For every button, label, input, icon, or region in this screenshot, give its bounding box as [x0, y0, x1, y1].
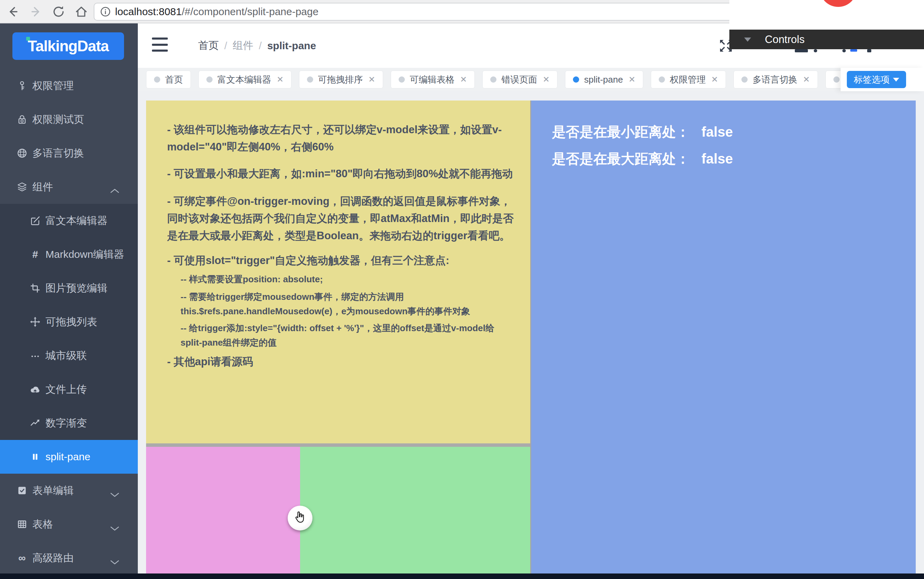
at-max-status: 是否是在最大距离处：false [552, 145, 733, 172]
notes-block: - 该组件可以拖动修改左右尺寸，还可以绑定v-model来设置，如设置v-mod… [167, 121, 517, 370]
sidebar-item-label: 高级路由 [33, 551, 74, 565]
globe-icon [16, 148, 28, 159]
sidebar-item-draggable-list[interactable]: 可拖拽列表 [0, 305, 138, 339]
close-icon[interactable]: ✕ [368, 75, 375, 84]
notification-icon[interactable] [814, 49, 817, 52]
note-subline: -- 需要给trigger绑定mousedown事件，绑定的方法调用this.$… [167, 290, 513, 319]
status-block: 是否是在最小距离处：false 是否是在最大距离处：false [552, 118, 733, 172]
sidebar-item-form-edit[interactable]: 表单编辑 [0, 474, 138, 507]
trending-up-icon [30, 417, 41, 429]
browser-refresh-icon[interactable] [52, 5, 66, 19]
message-icon[interactable] [795, 49, 808, 52]
screen: localhost:8081/#/component/split-pane-pa… [0, 0, 924, 579]
note-line: - 可绑定事件@on-trigger-moving，回调函数的返回值是鼠标事件对… [167, 193, 517, 244]
app-logo[interactable]: TalkingData [12, 32, 124, 60]
language-icon[interactable] [850, 49, 857, 52]
sidebar-item-label: 权限管理 [33, 79, 74, 93]
close-icon[interactable]: ✕ [460, 75, 467, 84]
sidebar-item-permission-test[interactable]: 权限测试页 [0, 103, 138, 136]
sidebar-item-label: 权限测试页 [33, 113, 84, 127]
sidebar-item-label: 数字渐变 [46, 416, 87, 430]
breadcrumb-separator: / [259, 40, 261, 52]
tag-tab-editable-table[interactable]: 可编辑表格 ✕ [391, 70, 475, 88]
sidebar-item-count-to[interactable]: 数字渐变 [0, 406, 138, 440]
close-icon[interactable]: ✕ [711, 75, 718, 84]
close-icon[interactable]: ✕ [803, 75, 810, 84]
custom-split-trigger[interactable] [288, 506, 312, 530]
red-knob-icon[interactable] [820, 0, 857, 7]
tab-dot-icon [573, 77, 579, 83]
caret-down-icon [744, 38, 751, 42]
chevron-down-icon [110, 488, 120, 494]
url-path: /#/component/split-pane-page [182, 6, 318, 18]
sidebar-item-city-cascade[interactable]: 城市级联 [0, 339, 138, 373]
sidebar-item-table[interactable]: 表格 [0, 507, 138, 541]
lock-screen-icon[interactable] [842, 49, 846, 52]
key-icon [16, 80, 28, 91]
sidebar-item-advanced-router[interactable]: ∞ 高级路由 [0, 541, 138, 574]
chevron-down-icon [110, 556, 120, 561]
tab-dot-icon [307, 77, 313, 83]
browser-back-icon[interactable] [6, 5, 20, 19]
sidebar-item-file-upload[interactable]: 文件上传 [0, 373, 138, 406]
sidebar-item-markdown-editor[interactable]: # Markdown编辑器 [0, 237, 138, 271]
tag-tab-home[interactable]: 首页 [146, 70, 191, 88]
tag-options-button[interactable]: 标签选项 [847, 71, 906, 88]
sidebar-item-split-pane[interactable]: split-pane [0, 440, 138, 474]
sidebar-item-label: 可拖拽列表 [46, 315, 97, 329]
sidebar-item-i18n[interactable]: 多语言切换 [0, 136, 138, 170]
table-icon [16, 519, 28, 530]
cloud-upload-icon [30, 384, 41, 395]
at-max-value: false [701, 151, 733, 166]
components-submenu: 富文本编辑器 # Markdown编辑器 图片预览编辑 可拖拽列表 [0, 204, 138, 474]
breadcrumb-components[interactable]: 组件 [233, 39, 253, 53]
sidebar-item-label: split-pane [46, 451, 90, 463]
tab-dot-icon [834, 77, 840, 83]
tab-label: 首页 [165, 74, 183, 86]
menu-toggle-icon[interactable] [152, 38, 168, 52]
browser-forward-icon[interactable] [29, 5, 43, 19]
tab-label: 权限管理 [670, 74, 706, 86]
sidebar-item-label: 图片预览编辑 [46, 281, 107, 295]
controls-bar[interactable]: Controls [729, 29, 924, 49]
breadcrumb-home[interactable]: 首页 [198, 39, 219, 53]
tab-dot-icon [206, 77, 213, 83]
sidebar-item-label: 多语言切换 [33, 146, 84, 160]
browser-home-icon[interactable] [74, 5, 88, 19]
split-pane-icon [30, 451, 41, 462]
sidebar-item-label: 表格 [33, 517, 53, 532]
tag-tab-rich-editor[interactable]: 富文本编辑器 ✕ [199, 70, 292, 88]
close-icon[interactable]: ✕ [543, 75, 550, 84]
close-icon[interactable]: ✕ [277, 75, 284, 84]
move-icon [30, 316, 41, 327]
sidebar-item-image-crop[interactable]: 图片预览编辑 [0, 271, 138, 305]
tag-tab-split-pane[interactable]: split-pane ✕ [565, 70, 643, 88]
chevron-up-icon [110, 185, 120, 190]
pane-bottom-right [300, 447, 531, 574]
tab-label: split-pane [584, 74, 623, 85]
chevron-down-icon [110, 522, 120, 527]
tag-tab-error-page[interactable]: 错误页面 ✕ [483, 70, 558, 88]
tag-tab-drag-sort[interactable]: 可拖拽排序 ✕ [299, 70, 383, 88]
close-icon[interactable]: ✕ [629, 75, 635, 84]
tag-tab-permission[interactable]: 权限管理 ✕ [651, 70, 726, 88]
settings-icon[interactable] [867, 49, 871, 52]
ellipsis-icon [30, 350, 41, 361]
sidebar-item-rich-editor[interactable]: 富文本编辑器 [0, 204, 138, 237]
breadcrumb-current: split-pane [268, 40, 316, 52]
sidebar-item-components[interactable]: 组件 [0, 170, 138, 204]
tag-tab-i18n[interactable]: 多语言切换 ✕ [734, 70, 817, 88]
hash-icon: # [30, 249, 41, 260]
horizontal-split-trigger[interactable] [146, 443, 531, 447]
breadcrumb: 首页 / 组件 / split-pane [198, 23, 316, 68]
sidebar-item-permission-manage[interactable]: 权限管理 [0, 69, 138, 103]
note-line: - 该组件可以拖动修改左右尺寸，还可以绑定v-model来设置，如设置v-mod… [167, 121, 517, 155]
sidebar-item-label: 富文本编辑器 [46, 214, 107, 228]
page-info-icon[interactable] [100, 6, 111, 17]
tab-dot-icon [659, 77, 665, 83]
tab-dot-icon [742, 77, 748, 83]
compose-icon [30, 215, 41, 226]
app-logo-text: TalkingData [28, 38, 108, 55]
tab-label: 可拖拽排序 [318, 74, 363, 86]
at-min-status: 是否是在最小距离处：false [552, 118, 733, 145]
